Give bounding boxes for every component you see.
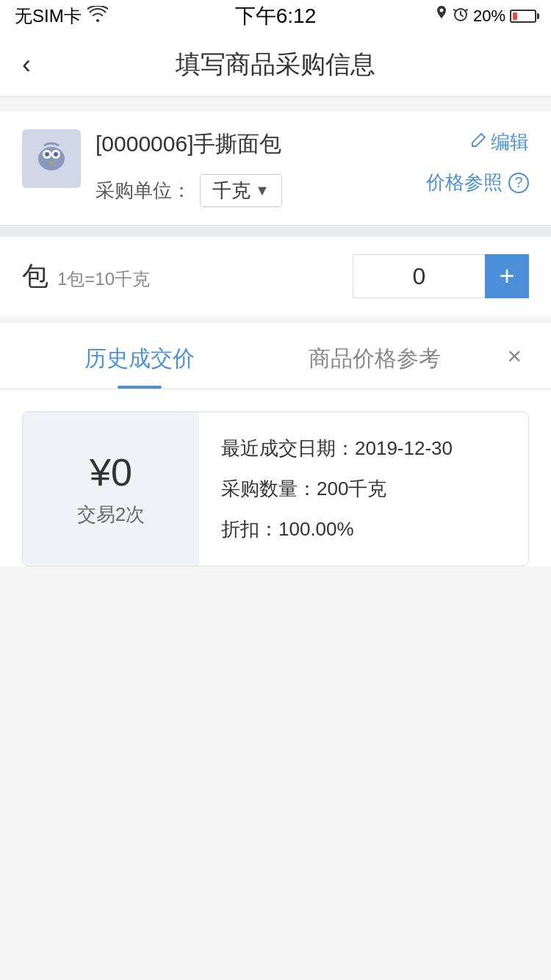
transaction-price: ¥0 [90,450,132,494]
tabs-panel: 历史成交价 商品价格参考 × ¥0 交易2次 最近成交日期：2019-12-30… [0,323,551,566]
battery-icon [510,10,536,23]
alarm-icon [453,6,469,26]
product-card: [0000006]手撕面包 采购单位： 千克 ▼ 编辑 [0,112,551,225]
battery-percent: 20% [473,7,505,26]
price-ref-button[interactable]: 价格参照 ? [426,170,529,195]
product-logo-icon [31,135,72,183]
main-content [0,588,551,980]
quantity-left: 包 1包=10千克 [22,259,150,295]
unit-value: 千克 [212,178,251,203]
unit-select[interactable]: 千克 ▼ [200,174,282,207]
tabs-header: 历史成交价 商品价格参考 × [0,323,551,389]
product-image [22,129,81,188]
gps-icon [435,6,448,26]
svg-point-5 [54,152,58,156]
tab-price-ref[interactable]: 商品价格参考 [257,323,492,389]
transaction-right: 最近成交日期：2019-12-30 采购数量：200千克 折扣：100.00% [199,412,528,566]
status-right: 20% [435,6,536,26]
transaction-card: ¥0 交易2次 最近成交日期：2019-12-30 采购数量：200千克 折扣：… [22,411,529,566]
status-bar: 无SIM卡 下午6:12 20% [0,0,551,32]
edit-button[interactable]: 编辑 [470,129,529,155]
transaction-left: ¥0 交易2次 [23,412,199,566]
unit-label: 采购单位： [96,178,191,203]
purchase-qty-value: 200千克 [317,478,386,500]
discount-value: 100.00% [278,518,354,540]
quantity-right: + [353,254,529,298]
transaction-discount-row: 折扣：100.00% [221,515,506,544]
quantity-unit-name: 包 [22,259,48,295]
product-unit-row: 采购单位： 千克 ▼ [96,174,282,207]
quantity-conversion: 1包=10千克 [57,267,150,291]
price-ref-label: 价格参照 [426,170,503,195]
svg-point-1 [38,147,65,170]
tab-history-price[interactable]: 历史成交价 [22,323,257,389]
transaction-date-row: 最近成交日期：2019-12-30 [221,434,506,463]
edit-icon [470,131,486,154]
svg-point-4 [45,152,49,156]
page-title: 填写商品采购信息 [176,48,375,82]
divider-strip [0,225,551,237]
recent-date-value: 2019-12-30 [355,437,453,459]
nav-bar: ‹ 填写商品采购信息 [0,32,551,97]
status-time: 下午6:12 [235,2,317,30]
edit-label: 编辑 [491,129,529,155]
tabs-close-button[interactable]: × [500,334,529,378]
quantity-plus-button[interactable]: + [485,254,529,298]
transaction-count: 交易2次 [77,502,145,527]
price-ref-info-icon: ? [508,173,529,193]
recent-date-label: 最近成交日期： [221,437,355,459]
purchase-qty-label: 采购数量： [221,478,317,500]
discount-label: 折扣： [221,518,278,540]
back-button[interactable]: ‹ [22,51,31,78]
unit-dropdown-icon: ▼ [255,182,270,199]
quantity-row: 包 1包=10千克 + [0,237,551,316]
product-info: [0000006]手撕面包 采购单位： 千克 ▼ [96,129,282,207]
product-name: [0000006]手撕面包 [96,129,282,159]
carrier-text: 无SIM卡 [15,4,82,28]
quantity-input[interactable] [353,254,485,298]
transaction-qty-row: 采购数量：200千克 [221,475,506,503]
wifi-icon [87,6,108,26]
status-left: 无SIM卡 [15,4,108,28]
